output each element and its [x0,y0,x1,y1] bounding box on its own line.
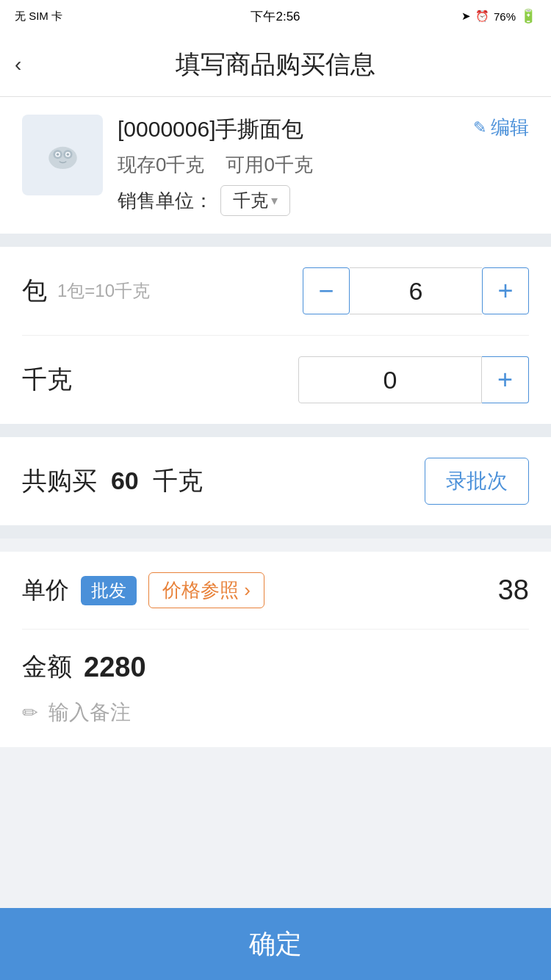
product-thumbnail [22,115,103,195]
price-label: 单价 [22,574,69,607]
bao-quantity-control: − + [303,267,529,314]
product-logo-icon [43,135,83,176]
kg-quantity-control: + [298,356,529,403]
amount-row: 金额 2280 [22,650,529,684]
kg-quantity-input[interactable] [298,356,482,403]
summary-section: 共购买 60 千克 录批次 [0,437,551,525]
location-icon: ➤ [461,10,471,23]
status-left: 无 SIM 卡 [15,10,68,24]
bao-quantity-input[interactable] [350,267,482,314]
price-reference-button[interactable]: 价格参照 › [148,572,264,608]
bao-decrease-button[interactable]: − [303,267,350,314]
product-name: [0000006]手撕面包 [118,115,529,145]
product-card: [0000006]手撕面包 现存0千克 可用0千克 销售单位： 千克 ▾ [0,97,551,234]
status-time: 下午2:56 [251,8,300,25]
product-info: [0000006]手撕面包 现存0千克 可用0千克 销售单位： 千克 ▾ [118,115,529,216]
bao-label: 包 1包=10千克 [22,274,303,308]
kg-increase-button[interactable]: + [482,356,529,403]
pencil-icon: ✏ [22,702,38,724]
section-divider-3 [0,525,551,538]
product-unit-row: 销售单位： 千克 ▾ [118,185,529,216]
remark-placeholder: 输入备注 [48,699,131,727]
page-title: 填写商品购买信息 [176,48,375,82]
edit-button[interactable]: ✎ 编辑 [473,115,529,140]
battery-label: 76% [494,10,516,23]
amount-label: 金额 [22,650,72,684]
kg-label: 千克 [22,363,298,397]
amount-section: 金额 2280 ✏ 输入备注 [0,630,551,747]
price-row: 单价 批发 价格参照 › 38 [22,572,529,630]
section-divider-2 [0,424,551,437]
section-divider-1 [0,234,551,247]
svg-point-7 [66,153,68,155]
battery-icon: 🔋 [520,8,536,24]
carrier-label: 无 SIM 卡 [15,10,62,24]
bao-input-row: 包 1包=10千克 − + [22,247,529,336]
summary-text: 共购买 60 千克 [22,464,203,498]
unit-selector[interactable]: 千克 ▾ [220,185,290,216]
alarm-icon: ⏰ [475,10,489,23]
nav-bar: ‹ 填写商品购买信息 [0,32,551,97]
bao-increase-button[interactable]: + [482,267,529,314]
price-type-badge: 批发 [81,576,137,605]
status-right: ➤ ⏰ 76% 🔋 [461,8,536,24]
product-stock: 现存0千克 可用0千克 [118,152,529,178]
main-spacer [0,747,551,894]
confirm-button[interactable]: 确定 [0,908,551,980]
kg-input-row: 千克 + [22,336,529,424]
price-section: 单价 批发 价格参照 › 38 [0,552,551,630]
back-button[interactable]: ‹ [15,53,21,76]
product-card-wrapper: [0000006]手撕面包 现存0千克 可用0千克 销售单位： 千克 ▾ ✎ 编… [0,97,551,234]
confirm-label: 确定 [249,926,302,962]
status-bar: 无 SIM 卡 下午2:56 ➤ ⏰ 76% 🔋 [0,0,551,32]
svg-point-6 [56,153,58,155]
svg-point-1 [48,146,77,168]
remark-row[interactable]: ✏ 输入备注 [22,699,529,727]
batch-button[interactable]: 录批次 [425,458,529,505]
chevron-down-icon: ▾ [271,192,278,209]
amount-value: 2280 [84,652,146,683]
edit-icon: ✎ [473,118,486,137]
quantity-section: 包 1包=10千克 − + 千克 + [0,247,551,424]
price-value: 38 [498,574,529,606]
